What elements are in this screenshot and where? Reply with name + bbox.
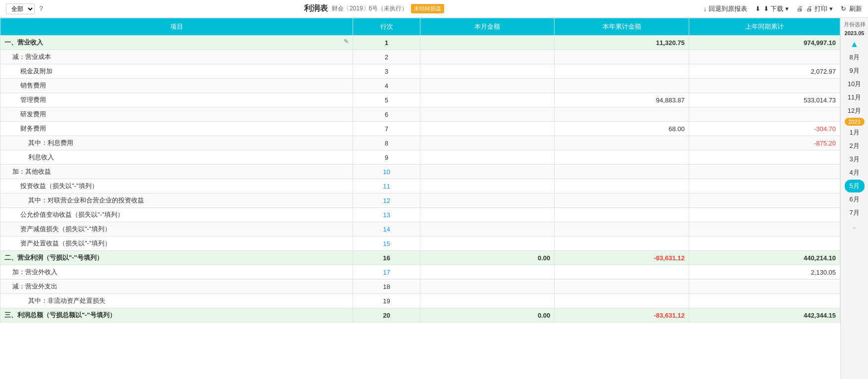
table-cell-year <box>555 265 689 280</box>
back-button[interactable]: ↓ 回退到原报表 <box>704 4 747 13</box>
table-cell-item: 研发费用 <box>0 107 353 122</box>
table-cell-item: 其中：利息费用 <box>0 136 353 150</box>
table-cell-line: 9 <box>353 150 420 165</box>
table-cell-line: 19 <box>353 294 420 308</box>
sidebar-up-arrow[interactable]: ▲ <box>850 39 859 49</box>
main-layout: 项目 行次 本月金额 本年累计金额 上年同期累计 一、营业收入✎111,320.… <box>0 18 868 379</box>
table-cell-line: 11 <box>353 179 420 193</box>
table-cell-prev <box>689 50 840 64</box>
table-cell-month <box>420 294 554 308</box>
table-cell-month: 0.00 <box>420 251 554 265</box>
month-item[interactable]: 11月 <box>845 91 865 104</box>
month-item[interactable]: 5月 <box>845 180 865 192</box>
edit-icon[interactable]: ✎ <box>344 38 349 45</box>
table-cell-prev <box>689 179 840 193</box>
table-cell-year <box>555 193 689 208</box>
table-cell-year <box>555 136 689 150</box>
table-cell-line: 14 <box>353 222 420 237</box>
table-cell-line: 3 <box>353 64 420 79</box>
month-item[interactable]: 10月 <box>845 78 865 91</box>
status-badge: 未结转损益 <box>411 4 444 13</box>
table-cell-month <box>420 179 554 193</box>
table-cell-month <box>420 222 554 237</box>
table-cell-item: 其中：对联营企业和合营企业的投资收益 <box>0 193 353 208</box>
table-cell-month <box>420 79 554 93</box>
table-cell-line: 6 <box>353 107 420 122</box>
table-cell-line: 10 <box>353 165 420 179</box>
table-cell-prev <box>689 280 840 294</box>
table-cell-item: 减：营业外支出 <box>0 280 353 294</box>
table-cell-year <box>555 64 689 79</box>
refresh-button[interactable]: ↻ 刷新 <box>841 4 862 13</box>
table-cell-prev <box>689 150 840 165</box>
table-cell-year <box>555 222 689 237</box>
table-cell-year: -83,631.12 <box>555 308 689 323</box>
table-cell-year <box>555 79 689 93</box>
table-cell-prev: 533,014.73 <box>689 93 840 107</box>
table-cell-month <box>420 107 554 122</box>
table-cell-prev: -875.20 <box>689 136 840 150</box>
col-header-prev: 上年同期累计 <box>689 18 840 36</box>
month-item[interactable]: 3月 <box>845 153 865 166</box>
table-cell-line: 15 <box>353 237 420 251</box>
sidebar-down-arrow[interactable]: ⌄ <box>851 221 858 232</box>
month-item[interactable]: 2月 <box>845 140 865 152</box>
table-cell-prev: 2,130.05 <box>689 265 840 280</box>
header-actions: ↓ 回退到原报表 ⬇ ⬇ 下载 ▾ 🖨 🖨 打印 ▾ ↻ 刷新 <box>704 4 862 13</box>
table-cell-month <box>420 50 554 64</box>
table-cell-item: 税金及附加 <box>0 64 353 79</box>
month-item[interactable]: 12月 <box>845 104 865 117</box>
table-cell-month <box>420 136 554 150</box>
header-left: 全部 ？ <box>6 3 45 14</box>
print-button[interactable]: 🖨 🖨 打印 ▾ <box>797 4 833 13</box>
download-icon: ⬇ <box>755 5 761 12</box>
table-cell-prev <box>689 222 840 237</box>
table-cell-line: 8 <box>353 136 420 150</box>
month-item[interactable]: 1月 <box>845 126 865 139</box>
table-cell-month <box>420 122 554 136</box>
table-cell-line: 17 <box>353 265 420 280</box>
table-cell-year: 11,320.75 <box>555 36 689 50</box>
table-cell-year <box>555 107 689 122</box>
table-cell-prev: 440,214.10 <box>689 251 840 265</box>
help-icon[interactable]: ？ <box>38 4 45 13</box>
table-area[interactable]: 项目 行次 本月金额 本年累计金额 上年同期累计 一、营业收入✎111,320.… <box>0 18 840 379</box>
table-cell-item: 资产处置收益（损失以"-"填列） <box>0 237 353 251</box>
table-cell-item: 财务费用 <box>0 122 353 136</box>
table-cell-prev: 974,997.10 <box>689 36 840 50</box>
table-cell-year <box>555 150 689 165</box>
table-cell-month <box>420 193 554 208</box>
month-item[interactable]: 4月 <box>845 166 865 179</box>
month-item[interactable]: 9月 <box>845 64 865 77</box>
table-cell-line: 18 <box>353 280 420 294</box>
table-cell-line: 2 <box>353 50 420 64</box>
table-cell-line: 20 <box>353 308 420 323</box>
table-cell-month <box>420 64 554 79</box>
col-header-item: 项目 <box>0 18 353 36</box>
month-item[interactable]: 7月 <box>845 206 865 219</box>
table-cell-month <box>420 265 554 280</box>
table-cell-prev: -304.70 <box>689 122 840 136</box>
table-cell-prev <box>689 208 840 222</box>
table-cell-year <box>555 179 689 193</box>
table-cell-month: 0.00 <box>420 308 554 323</box>
download-button[interactable]: ⬇ ⬇ 下载 ▾ <box>755 4 789 13</box>
sidebar-title: 月份选择 <box>844 21 866 28</box>
month-item[interactable]: 8月 <box>845 51 865 64</box>
table-cell-item: 公允价值变动收益（损失以"-"填列） <box>0 208 353 222</box>
table-cell-item: 利息收入 <box>0 150 353 165</box>
scope-dropdown[interactable]: 全部 <box>6 3 35 14</box>
table-cell-prev <box>689 165 840 179</box>
table-cell-item: 管理费用 <box>0 93 353 107</box>
month-item[interactable]: 6月 <box>845 193 865 206</box>
table-cell-item: 销售费用 <box>0 79 353 93</box>
table-cell-line: 13 <box>353 208 420 222</box>
table-cell-year <box>555 294 689 308</box>
month-item[interactable]: 2023 <box>845 118 865 126</box>
table-cell-item: 其中：非流动资产处置损失 <box>0 294 353 308</box>
table-cell-month <box>420 208 554 222</box>
table-cell-prev <box>689 107 840 122</box>
table-cell-year <box>555 165 689 179</box>
table-cell-line: 4 <box>353 79 420 93</box>
table-cell-item: 投资收益（损失以"-"填列） <box>0 179 353 193</box>
